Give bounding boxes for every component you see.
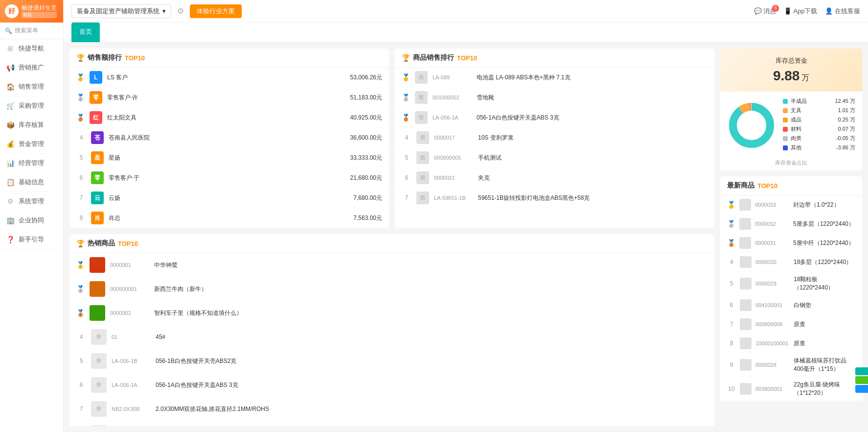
sales-rank-row: 6 零 零售客户·于 21,680.00元 <box>69 168 389 188</box>
hot-product-row: 4 图 01 45# <box>69 325 714 349</box>
app-download[interactable]: 📱 App下载 <box>784 7 817 16</box>
hot-product-code: 000500001 <box>110 286 149 292</box>
sidebar-item-quick-nav[interactable]: ⊞ 快捷导航 <box>0 39 63 58</box>
newest-product-code: 0000033 <box>755 202 789 208</box>
customer-amount: 33,333.00元 <box>350 154 382 162</box>
hot-product-code: 0000002 <box>110 310 149 316</box>
main-area: 装备及固定资产辅助管理系统 ▾ ⚙ 体验行业方案 💬 消息 6 📱 App下载 … <box>64 0 868 432</box>
newest-product-img <box>739 237 751 249</box>
inventory-unit: 万 <box>801 73 809 82</box>
product-rank-row: 7 图 LA-59651-1B 59651-1B旋转投影灯电池盒ABS黑色+58… <box>395 188 714 208</box>
hot-product-code: LA-056-1B <box>112 358 151 364</box>
legend-item: 材料 0.07 万 <box>783 125 855 133</box>
newest-products-header: 最新商品 TOP10 <box>720 176 862 195</box>
basic-icon: 📋 <box>6 178 15 187</box>
rank-number: 5 <box>727 280 736 287</box>
legend-name: 文具 <box>791 107 801 114</box>
donut-section: 半成品 12.45 万 文具 1.01 万 成品 0.25 万 材料 0.07 … <box>720 92 862 159</box>
medal-icon: 🥉 <box>727 239 735 247</box>
float-live[interactable]: 直播 <box>855 385 868 393</box>
sidebar-item-enterprise[interactable]: 🏢 企业协同 <box>0 211 63 230</box>
customer-avatar: 苍 <box>91 131 104 144</box>
medal-icon: 🥉 <box>76 309 85 317</box>
content-tabs: 首页 <box>64 23 868 43</box>
hot-product-code: 01 <box>112 334 151 340</box>
newest-product-name: 体械嘉核味苏打饮品400毫升（1*15） <box>794 357 855 373</box>
customer-avatar: 肖 <box>91 212 104 224</box>
hot-product-row: 5 图 LA-056-1B 056-1B白色按键开关壳ABS2克 <box>69 349 714 373</box>
medal-icon: 🥈 <box>402 94 410 101</box>
product-rank-row: 5 图 000800005 手机测试 <box>395 148 714 168</box>
customer-name: 零售客户·于 <box>109 174 345 182</box>
purchase-icon: 🛒 <box>6 101 15 110</box>
legend-value: -3.86 万 <box>836 144 855 151</box>
newest-product-img <box>740 383 752 395</box>
medal-icon: 🥇 <box>76 261 85 269</box>
tab-home[interactable]: 首页 <box>71 23 100 42</box>
trial-button[interactable]: 体验行业方案 <box>190 4 242 18</box>
customer-name: 红太阳文具 <box>107 114 345 122</box>
sales-rank-row: 7 云 云扬 7,680.00元 <box>69 188 389 208</box>
rank-number: 4 <box>76 134 86 141</box>
newest-product-row: 4 0000030 18多层（1220*2440） <box>720 253 862 272</box>
legend-item: 成品 0.25 万 <box>783 116 855 123</box>
sidebar-item-marketing[interactable]: 📢 营销推广 <box>0 58 63 77</box>
medal-icon: 🥉 <box>402 114 410 121</box>
sidebar-item-guide[interactable]: ❓ 新手引导 <box>0 230 63 249</box>
sales-rank-row: 🥈 零 零售客户·许 51,183.00元 <box>69 88 389 108</box>
product-rank-row: 6 图 0000021 夹克 <box>395 168 714 188</box>
operations-icon: 📊 <box>6 159 15 168</box>
legend-item: 文具 1.01 万 <box>783 107 855 114</box>
newest-product-img <box>740 318 752 330</box>
sidebar-item-label: 快捷导航 <box>19 44 44 53</box>
legend-item: 肉类 -0.05 万 <box>783 135 855 142</box>
newest-product-row: 7 000800008 原查 <box>720 315 862 334</box>
sidebar-item-label: 新手引导 <box>19 235 44 244</box>
hot-product-name: 45# <box>156 334 708 340</box>
product-code: LA-089 <box>433 74 472 80</box>
rank-number: 7 <box>402 194 411 201</box>
sidebar-item-purchase[interactable]: 🛒 采购管理 <box>0 96 63 116</box>
online-service[interactable]: 👤 在线客服 <box>825 7 860 16</box>
customer-name: LS 客户 <box>107 73 345 82</box>
hot-product-img: 图 <box>91 425 107 426</box>
rank-number: 4 <box>727 259 736 265</box>
newest-product-row: 🥉 0000031 5厘中纤（1220*2440） <box>720 234 862 253</box>
customer-amount: 53,006.26元 <box>350 73 382 82</box>
sidebar-item-inventory[interactable]: 📦 库存核算 <box>0 116 63 135</box>
customer-amount: 7,563.00元 <box>353 214 382 222</box>
sidebar-nav: ⊞ 快捷导航 📢 营销推广 🏠 销售管理 🛒 采购管理 📦 库存核算 💰 资金管… <box>0 39 63 432</box>
right-col: 库存总资金 9.88 万 <box>720 48 862 426</box>
content-body: 🏆 销售额排行 TOP10 🥇 L LS 客户 53,006.26元 🥈 零 零… <box>64 43 868 432</box>
donut-chart <box>727 101 776 150</box>
hot-product-img <box>90 281 105 297</box>
hot-product-name: 2.0X30MM双搓花轴,搓花直径2.1MM/ROHS <box>156 405 708 413</box>
hot-product-name: 056-1A白色按键开关盖ABS 3克 <box>156 381 708 389</box>
float-service-community[interactable]: 服务社区 <box>855 376 868 384</box>
legend-dot <box>783 145 788 150</box>
enterprise-icon: 🏢 <box>6 216 15 225</box>
legend-dot <box>783 136 788 141</box>
settings-icon[interactable]: ⚙ <box>177 6 184 16</box>
newest-title: 最新商品 <box>727 181 754 190</box>
float-customer-service[interactable]: 客服热线 <box>855 367 868 375</box>
messages-badge[interactable]: 💬 消息 6 <box>754 7 777 16</box>
sidebar-item-label: 系统管理 <box>19 197 44 206</box>
rank-number: 5 <box>76 358 86 364</box>
hot-product-img <box>90 305 105 321</box>
legend-name: 半成品 <box>791 97 807 105</box>
system-selector[interactable]: 装备及固定资产辅助管理系统 ▾ <box>71 4 171 18</box>
sidebar-item-sales[interactable]: 🏠 销售管理 <box>0 77 63 96</box>
sidebar-item-finance[interactable]: 💰 资金管理 <box>0 135 63 154</box>
sidebar-item-basic[interactable]: 📋 基础信息 <box>0 173 63 192</box>
newest-product-name: 5厘中纤（1220*2440） <box>793 239 855 247</box>
newest-product-img <box>740 337 752 349</box>
newest-product-code: 0000030 <box>755 259 790 265</box>
sidebar-item-label: 企业协同 <box>19 216 44 225</box>
sidebar-item-operations[interactable]: 📊 经营管理 <box>0 154 63 173</box>
sidebar-item-system[interactable]: ⚙ 系统管理 <box>0 192 63 211</box>
hot-product-img: 图 <box>91 401 107 417</box>
search-menu[interactable]: 🔍 搜索菜单 <box>0 23 63 39</box>
customer-name: 零售客户·许 <box>107 94 345 102</box>
customer-amount: 7,680.00元 <box>353 194 382 202</box>
